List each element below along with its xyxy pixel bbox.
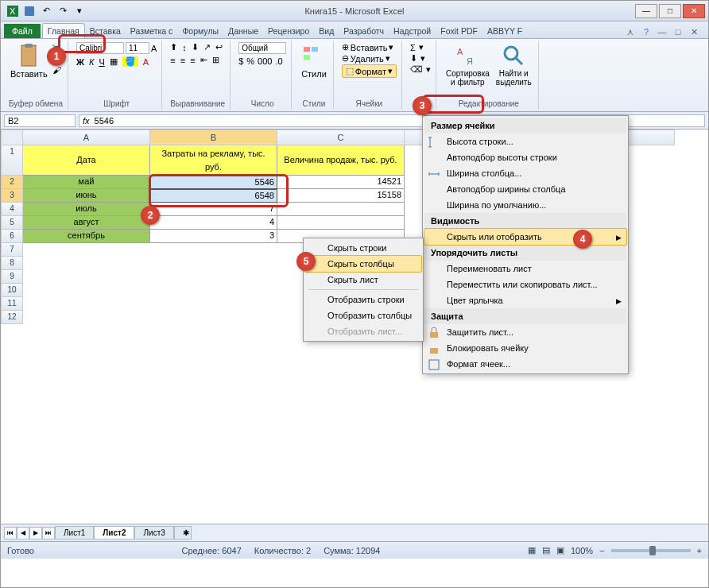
zoom-thumb[interactable]	[649, 546, 656, 555]
save-icon[interactable]	[22, 4, 37, 18]
inc-dec-icon[interactable]: .0	[275, 56, 282, 66]
fill-icon[interactable]: ⬇	[410, 53, 417, 64]
submenu-hide-rows[interactable]: Скрыть строки	[305, 240, 421, 256]
submenu-show-rows[interactable]: Отобразить строки	[305, 292, 421, 308]
tab-review[interactable]: Рецензиро	[263, 24, 314, 38]
italic-button[interactable]: К	[89, 57, 94, 67]
row-header-1[interactable]: 1	[1, 145, 23, 176]
col-header-b[interactable]: B	[150, 130, 277, 145]
sheet-tab-3[interactable]: Лист3	[134, 526, 173, 540]
align-mid-icon[interactable]: ↕	[182, 43, 187, 52]
format-painter-icon[interactable]: 🖌	[52, 65, 61, 75]
menu-hide-show[interactable]: Скрыть или отобразить▶	[424, 228, 627, 246]
currency-icon[interactable]: $	[238, 56, 243, 66]
row-header-7[interactable]: 7	[1, 243, 23, 257]
menu-default-width[interactable]: Ширина по умолчанию...	[424, 197, 626, 213]
doc-close-icon[interactable]: ✕	[688, 25, 700, 38]
zoom-slider[interactable]	[611, 549, 691, 552]
submenu-show-cols[interactable]: Отобразить столбцы	[305, 308, 421, 323]
maximize-button[interactable]: □	[659, 4, 681, 18]
align-bot-icon[interactable]: ⬇	[192, 42, 199, 52]
find-select-button[interactable]: Найти и выделить	[494, 42, 533, 88]
menu-autofit-row[interactable]: Автоподбор высоты строки	[424, 149, 626, 165]
fx-icon[interactable]: fx	[83, 116, 90, 126]
qat-more-icon[interactable]: ▾	[72, 4, 87, 18]
help-icon[interactable]: ?	[640, 25, 653, 38]
tab-formulas[interactable]: Формулы	[177, 24, 223, 38]
tab-home[interactable]: Главная	[42, 23, 85, 38]
select-all-corner[interactable]	[1, 130, 23, 145]
doc-minimize-icon[interactable]: —	[656, 25, 668, 38]
menu-row-height[interactable]: Высота строки...	[424, 133, 626, 149]
undo-icon[interactable]: ↶	[39, 4, 53, 18]
align-left-icon[interactable]: ≡	[170, 56, 175, 65]
formula-content[interactable]: 5546	[95, 116, 114, 126]
tab-foxit[interactable]: Foxit PDF	[436, 24, 482, 38]
tab-developer[interactable]: Разработч	[339, 24, 389, 38]
row-header-8[interactable]: 8	[1, 257, 23, 270]
paste-button[interactable]: Вставить	[9, 42, 49, 80]
row-header-10[interactable]: 10	[1, 284, 23, 297]
sheet-nav-next[interactable]: ▶	[29, 527, 42, 540]
excel-icon[interactable]: X	[6, 4, 20, 18]
menu-tab-color[interactable]: Цвет ярлычка▶	[424, 292, 626, 308]
tab-addins[interactable]: Надстрой	[389, 24, 436, 38]
sheet-tab-1[interactable]: Лист1	[55, 526, 94, 540]
close-button[interactable]: ✕	[683, 4, 705, 18]
col-header-c[interactable]: C	[277, 130, 405, 145]
bold-button[interactable]: Ж	[76, 57, 84, 67]
sheet-tab-2[interactable]: Лист2	[94, 526, 134, 540]
underline-button[interactable]: Ч	[99, 57, 104, 67]
format-cells-button[interactable]: ⬚Формат▾	[342, 64, 397, 78]
sheet-nav-first[interactable]: ⏮	[4, 527, 17, 540]
tab-file[interactable]: Файл	[4, 24, 41, 38]
ribbon-minimize-icon[interactable]: ⋏	[624, 25, 637, 38]
styles-button[interactable]: Стили	[300, 42, 328, 80]
grow-font-icon[interactable]: A	[151, 44, 157, 53]
menu-lock-cell[interactable]: Блокировать ячейку	[424, 340, 626, 356]
view-break-icon[interactable]: ▣	[556, 545, 564, 555]
view-normal-icon[interactable]: ▦	[528, 545, 536, 555]
row-header-6[interactable]: 6	[1, 230, 23, 243]
merge-icon[interactable]: ⊞	[212, 55, 219, 65]
zoom-out-button[interactable]: −	[599, 546, 604, 555]
align-right-icon[interactable]: ≡	[190, 56, 195, 65]
tab-view[interactable]: Вид	[314, 24, 339, 38]
view-layout-icon[interactable]: ▤	[542, 545, 550, 555]
insert-cells-button[interactable]: ⊕Вставить▾	[342, 42, 394, 52]
tab-layout[interactable]: Разметка с	[126, 24, 178, 38]
align-center-icon[interactable]: ≡	[180, 56, 185, 65]
minimize-button[interactable]: —	[635, 4, 657, 18]
menu-col-width[interactable]: Ширина столбца...	[424, 165, 626, 181]
menu-rename-sheet[interactable]: Переименовать лист	[424, 261, 626, 277]
wrap-text-icon[interactable]: ↩	[215, 42, 223, 52]
row-header-4[interactable]: 4	[1, 203, 23, 216]
comma-icon[interactable]: 000	[258, 56, 272, 66]
tab-insert[interactable]: Вставка	[85, 24, 126, 38]
font-color-icon[interactable]: A	[143, 57, 149, 67]
col-header-a[interactable]: A	[23, 130, 150, 145]
menu-move-copy[interactable]: Переместить или скопировать лист...	[424, 277, 626, 292]
align-top-icon[interactable]: ⬆	[170, 42, 177, 52]
row-header-3[interactable]: 3	[1, 189, 23, 203]
orientation-icon[interactable]: ↗	[203, 42, 211, 52]
percent-icon[interactable]: %	[246, 56, 254, 66]
sheet-nav-last[interactable]: ⏭	[42, 527, 55, 540]
submenu-hide-cols[interactable]: Скрыть столбцы	[304, 255, 422, 273]
number-format-combo[interactable]: Общий	[238, 42, 286, 54]
tab-abbyy[interactable]: ABBYY F	[482, 24, 527, 38]
sheet-nav-prev[interactable]: ◀	[17, 527, 29, 540]
menu-protect-sheet[interactable]: Защитить лист...	[424, 324, 626, 340]
menu-autofit-col[interactable]: Автоподбор ширины столбца	[424, 181, 626, 197]
fill-color-icon[interactable]: 🪣	[122, 56, 138, 67]
sort-filter-button[interactable]: AЯ Сортировка и фильтр	[444, 42, 491, 88]
doc-restore-icon[interactable]: □	[672, 25, 684, 38]
font-name-combo[interactable]: Calibri	[76, 42, 124, 54]
tab-data[interactable]: Данные	[223, 24, 263, 38]
zoom-level[interactable]: 100%	[571, 546, 593, 555]
menu-format-cells[interactable]: Формат ячеек...	[424, 356, 626, 372]
submenu-hide-sheet[interactable]: Скрыть лист	[305, 272, 421, 288]
row-header-5[interactable]: 5	[1, 216, 23, 230]
indent-dec-icon[interactable]: ⇤	[200, 55, 207, 65]
name-box[interactable]	[4, 114, 76, 127]
